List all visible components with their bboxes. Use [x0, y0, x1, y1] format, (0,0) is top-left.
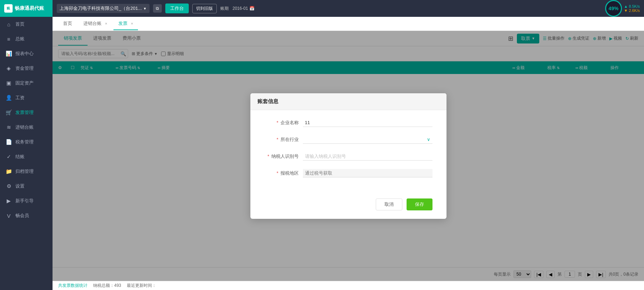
company-selector[interactable]: 上海卯金刀电子科技有限公司_（台201... ▼ [57, 4, 150, 13]
copy-icon-btn[interactable]: ⧉ [153, 4, 162, 13]
speed-badge: 49% [605, 0, 622, 17]
payroll-icon: 👤 [6, 95, 12, 101]
modal-title: 账套信息 [257, 98, 278, 104]
sidebar-logo: 账 畅康通易代账 [0, 0, 53, 17]
company-name: 上海卯金刀电子科技有限公司_（台201... [60, 5, 142, 12]
sidebar-item-label: 报表中心 [15, 50, 34, 57]
sidebar-item-label: 发票管理 [15, 109, 34, 116]
sidebar-item-checkout[interactable]: ✓ 结账 [0, 149, 53, 164]
breadcrumb-tab-home[interactable]: 首页 [58, 18, 77, 30]
sidebar-item-label: 资金管理 [15, 65, 34, 72]
industry-select[interactable]: 制造业 服务业 零售业 [303, 135, 432, 143]
logo-text: 畅康通易代账 [15, 5, 44, 12]
modal-box: 账套信息 * 企业名称 * 所在行 [250, 93, 446, 219]
home-icon: ⌂ [6, 21, 12, 27]
guide-icon: ▶ [6, 198, 12, 204]
region-label: * 报税地区 [264, 170, 303, 176]
main-area: 上海卯金刀电子科技有限公司_（台201... ▼ ⧉ 工作台 切到旧版 账期 2… [53, 0, 644, 290]
settings-icon: ⚙ [6, 183, 12, 189]
status-bar: 共发票数据统计 纳税总额：493 最近更新时间： [53, 281, 644, 290]
form-row-company: * 企业名称 [264, 119, 432, 127]
topbar: 上海卯金刀电子科技有限公司_（台201... ▼ ⧉ 工作台 切到旧版 账期 2… [53, 0, 644, 17]
sidebar-item-label: 税务管理 [15, 139, 34, 145]
sidebar-item-archive[interactable]: 📁 归档管理 [0, 164, 53, 179]
download-speed: ▼ 2.6K/s [624, 8, 640, 13]
sidebar-item-assets[interactable]: ▣ 固定资产 [0, 76, 53, 90]
logo-icon: 账 [4, 4, 13, 13]
sidebar-item-label: 总账 [15, 36, 25, 42]
workbench-button[interactable]: 工作台 [165, 4, 189, 13]
modal-footer: 取消 保存 [250, 193, 446, 219]
sidebar-item-ledger[interactable]: ≡ 总账 [0, 32, 53, 46]
reports-icon: 📊 [6, 50, 12, 57]
sidebar-item-payroll[interactable]: 👤 工资 [0, 90, 53, 105]
sidebar-item-member[interactable]: V 畅会员 [0, 208, 53, 223]
modal-overlay: 账套信息 * 企业名称 * 所在行 [53, 31, 644, 281]
sidebar-item-label: 设置 [15, 183, 25, 189]
sidebar-item-home[interactable]: ⌂ 首页 [0, 17, 53, 32]
cancel-button[interactable]: 取消 [376, 198, 402, 210]
company-input[interactable] [303, 119, 432, 127]
funds-icon: ◈ [6, 65, 12, 72]
save-button[interactable]: 保存 [407, 198, 432, 210]
status-link[interactable]: 共发票数据统计 [58, 283, 88, 289]
form-row-industry: * 所在行业 制造业 服务业 零售业 ∨ [264, 135, 432, 144]
sidebar-item-label: 首页 [15, 21, 25, 27]
speed-info: ▲ 8.5K/s ▼ 2.6K/s [624, 4, 640, 13]
taxid-label: * 纳税人识别号 [264, 153, 303, 160]
content-area: 销项发票 进项发票 费用小票 ⊞ 取票 ▼ ☰ 批量操作 [53, 31, 644, 281]
close-invoice-tab[interactable]: × [131, 21, 133, 26]
upload-speed: ▲ 8.5K/s [624, 4, 640, 8]
sidebar-item-label: 固定资产 [15, 80, 34, 86]
calendar-icon[interactable]: 📅 [249, 6, 255, 11]
sidebar-item-label: 归档管理 [15, 168, 34, 175]
form-row-taxid: * 纳税人识别号 [264, 152, 432, 161]
sidebar-item-invoice[interactable]: 🛒 发票管理 [0, 105, 53, 120]
sidebar-item-label: 工资 [15, 95, 25, 101]
company-label: * 企业名称 [264, 120, 303, 126]
sidebar-item-tax[interactable]: 📄 税务管理 [0, 135, 53, 149]
sidebar-item-label: 结账 [15, 154, 25, 160]
invoice-icon: 🛒 [6, 109, 12, 116]
status-extra: 纳税总额：493 [93, 283, 121, 289]
ledger-icon: ≡ [6, 36, 12, 42]
sidebar-item-label: 畅会员 [15, 213, 29, 219]
company-dropdown-icon: ▼ [143, 7, 147, 11]
old-version-button[interactable]: 切到旧版 [192, 4, 217, 13]
industry-label: * 所在行业 [264, 136, 303, 143]
archive-icon: 📁 [6, 168, 12, 175]
status-detail: 最近更新时间： [127, 283, 156, 289]
taxid-input[interactable] [303, 152, 432, 161]
close-purchase-tab[interactable]: × [105, 21, 107, 26]
assets-icon: ▣ [6, 80, 12, 86]
breadcrumb-tab-purchase[interactable]: 进销台账 × [78, 18, 112, 30]
sidebar-item-guide[interactable]: ▶ 新手引导 [0, 194, 53, 208]
modal-header: 账套信息 [250, 93, 446, 110]
form-row-region: * 报税地区 [264, 169, 432, 177]
sidebar-item-purchase[interactable]: ≋ 进销台账 [0, 120, 53, 135]
sidebar: 账 畅康通易代账 ⌂ 首页 ≡ 总账 📊 报表中心 ◈ 资金管理 ▣ 固定资产 … [0, 0, 53, 290]
industry-select-wrap: 制造业 服务业 零售业 ∨ [303, 135, 432, 144]
region-input [303, 169, 432, 177]
sidebar-item-label: 新手引导 [15, 198, 34, 204]
breadcrumb-bar: 首页 进销台账 × 发票 × [53, 17, 644, 31]
sidebar-item-reports[interactable]: 📊 报表中心 [0, 46, 53, 61]
member-icon: V [6, 213, 12, 219]
sidebar-item-settings[interactable]: ⚙ 设置 [0, 179, 53, 194]
sidebar-item-funds[interactable]: ◈ 资金管理 [0, 61, 53, 76]
topbar-right: 49% ▲ 8.5K/s ▼ 2.6K/s [605, 0, 640, 17]
checkout-icon: ✓ [6, 154, 12, 160]
breadcrumb-tab-invoice[interactable]: 发票 × [113, 18, 138, 30]
modal-body: * 企业名称 * 所在行业 [250, 110, 446, 193]
sidebar-item-label: 进销台账 [15, 124, 34, 130]
purchase-icon: ≋ [6, 124, 12, 130]
tax-icon: 📄 [6, 139, 12, 145]
period-label: 账期 2016-01 📅 [220, 6, 255, 12]
